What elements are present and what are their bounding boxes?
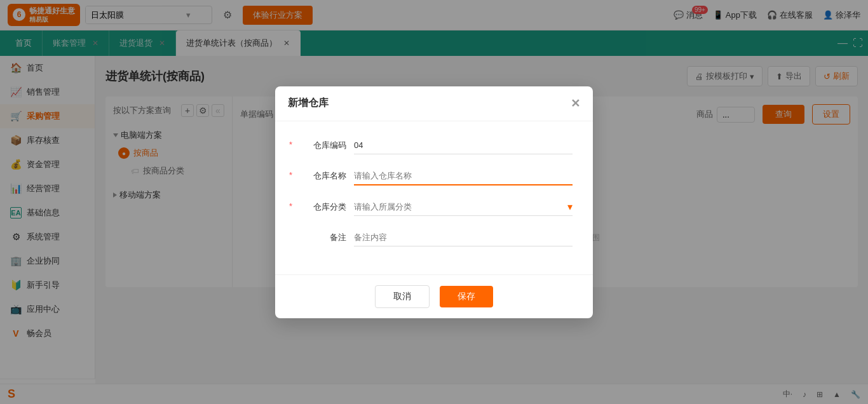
save-button[interactable]: 保存 — [440, 286, 493, 307]
form-row-category: 仓库分类 ▾ — [295, 198, 573, 216]
dialog-title: 新增仓库 — [288, 97, 329, 110]
remark-label: 备注 — [295, 232, 346, 243]
remark-input[interactable] — [354, 229, 573, 246]
category-input[interactable] — [354, 198, 567, 215]
category-select-row: ▾ — [354, 198, 573, 216]
dialog-header: 新增仓库 ✕ — [275, 86, 593, 121]
name-input[interactable] — [354, 167, 573, 185]
form-row-code: 仓库编码 — [295, 137, 573, 154]
modal-overlay[interactable]: 新增仓库 ✕ 仓库编码 仓库名称 仓库分类 ▾ — [0, 0, 868, 404]
dialog-footer: 取消 保存 — [275, 274, 593, 318]
form-row-name: 仓库名称 — [295, 167, 573, 185]
code-label: 仓库编码 — [295, 140, 346, 151]
dialog-body: 仓库编码 仓库名称 仓库分类 ▾ 备注 — [275, 121, 593, 274]
dialog-close-button[interactable]: ✕ — [571, 97, 580, 111]
category-dropdown-icon[interactable]: ▾ — [567, 201, 573, 213]
cancel-button[interactable]: 取消 — [375, 285, 430, 308]
code-input[interactable] — [354, 137, 573, 154]
name-label: 仓库名称 — [295, 170, 346, 182]
category-label: 仓库分类 — [295, 201, 346, 213]
new-warehouse-dialog: 新增仓库 ✕ 仓库编码 仓库名称 仓库分类 ▾ — [275, 86, 593, 318]
form-row-remark: 备注 — [295, 229, 573, 246]
